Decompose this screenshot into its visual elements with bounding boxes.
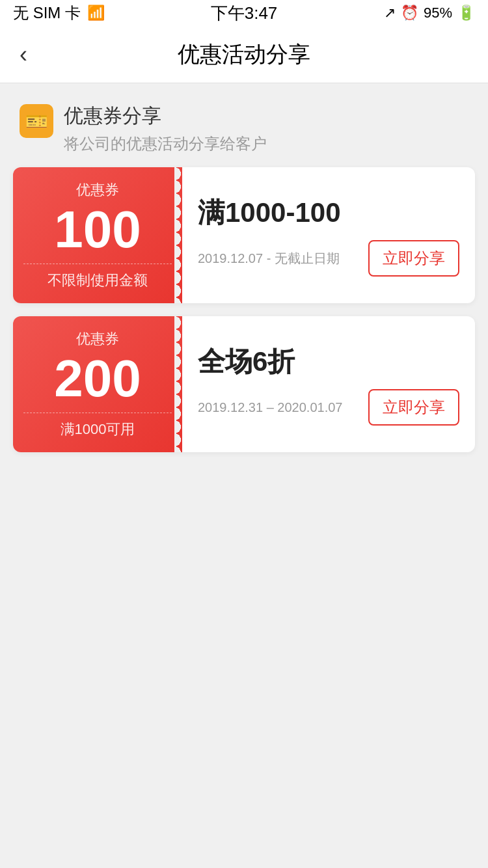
page-title: 优惠活动分享 <box>178 40 310 70</box>
section-text: 优惠券分享 将公司的优惠活动分享给客户 <box>64 103 267 154</box>
share-button-1[interactable]: 立即分享 <box>368 240 459 277</box>
section-icon: 🎫 <box>20 104 53 138</box>
coupon-divider-1 <box>23 264 172 264</box>
coupon-title-2: 全场6折 <box>198 344 459 380</box>
status-bar: 无 SIM 卡 📶 下午3:47 ↗ ⏰ 95% 🔋 <box>0 0 488 26</box>
coupon-condition-1: 不限制使用金额 <box>47 271 148 290</box>
wifi-icon: 📶 <box>87 5 105 21</box>
back-button[interactable]: ‹ <box>20 41 27 68</box>
coupon-label-1: 优惠券 <box>76 180 119 200</box>
status-carrier: 无 SIM 卡 📶 <box>13 3 105 23</box>
coupon-amount-1: 100 <box>54 204 141 256</box>
coupon-divider-2 <box>23 413 172 413</box>
battery-level: 95% <box>424 5 452 21</box>
coupon-amount-2: 200 <box>54 353 141 405</box>
coupon-left-2: 优惠券 200 满1000可用 <box>13 316 182 452</box>
status-time: 下午3:47 <box>211 2 278 25</box>
battery-icon: 🔋 <box>457 5 475 21</box>
nav-bar: ‹ 优惠活动分享 <box>0 26 488 83</box>
empty-area <box>0 465 488 791</box>
section-subheading: 将公司的优惠活动分享给客户 <box>64 133 267 154</box>
coupon-footer-2: 2019.12.31 – 2020.01.07 立即分享 <box>198 389 459 426</box>
coupon-left-1: 优惠券 100 不限制使用金额 <box>13 167 182 303</box>
section-heading: 优惠券分享 <box>64 103 267 129</box>
coupon-card-2: 优惠券 200 满1000可用 全场6折 2019.12.31 – 2020.0… <box>13 316 475 452</box>
share-button-2[interactable]: 立即分享 <box>368 389 459 426</box>
coupon-right-2: 全场6折 2019.12.31 – 2020.01.07 立即分享 <box>182 316 475 452</box>
coupon-condition-2: 满1000可用 <box>61 420 135 439</box>
coupon-title-1: 满1000-100 <box>198 195 459 231</box>
location-icon: ↗ <box>384 5 396 21</box>
alarm-icon: ⏰ <box>401 5 418 21</box>
coupon-date-1: 2019.12.07 - 无截止日期 <box>198 249 360 267</box>
status-right: ↗ ⏰ 95% 🔋 <box>384 5 475 21</box>
coupon-list: 优惠券 100 不限制使用金额 满1000-100 2019.12.07 - 无… <box>0 167 488 465</box>
section-header: 🎫 优惠券分享 将公司的优惠活动分享给客户 <box>0 83 488 167</box>
coupon-footer-1: 2019.12.07 - 无截止日期 立即分享 <box>198 240 459 277</box>
coupon-card-1: 优惠券 100 不限制使用金额 满1000-100 2019.12.07 - 无… <box>13 167 475 303</box>
coupon-right-1: 满1000-100 2019.12.07 - 无截止日期 立即分享 <box>182 167 475 303</box>
coupon-date-2: 2019.12.31 – 2020.01.07 <box>198 398 360 416</box>
coupon-label-2: 优惠券 <box>76 329 119 349</box>
